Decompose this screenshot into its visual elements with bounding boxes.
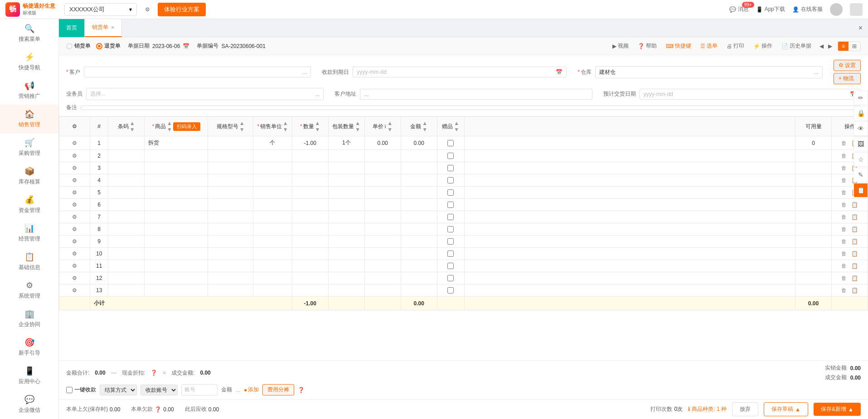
save-draft-btn[interactable]: 保存草稿 ▲ [764, 402, 808, 416]
row-pack[interactable] [328, 236, 364, 248]
row-amount[interactable] [401, 248, 437, 260]
abandon-btn[interactable]: 放弃 [732, 402, 758, 416]
avatar[interactable] [830, 3, 843, 16]
row-price[interactable] [364, 174, 401, 187]
row-amount[interactable] [401, 187, 437, 199]
sidebar-item-finance[interactable]: 💰 资金管理 [0, 190, 58, 219]
customer-addr-input[interactable]: ... [360, 89, 592, 100]
row-qty[interactable] [292, 272, 328, 284]
copy-row-icon[interactable]: 📋 [851, 250, 858, 257]
sidebar-item-marketing[interactable]: 📢 营销推广 [0, 76, 58, 105]
row-gift[interactable] [437, 150, 464, 162]
sidebar-item-search[interactable]: 🔍 搜索菜单 [0, 19, 58, 48]
gift-checkbox[interactable] [447, 189, 454, 196]
view-grid-btn[interactable]: ⊞ [849, 42, 860, 51]
row-qty[interactable] [292, 187, 328, 199]
video-btn[interactable]: ▶ 视频 [610, 41, 631, 51]
row-settings-cell[interactable]: ⚙ [59, 187, 90, 199]
row-unit[interactable] [253, 272, 292, 284]
row-gift[interactable] [437, 284, 464, 297]
row-gift[interactable] [437, 260, 464, 272]
row-spec[interactable] [208, 236, 253, 248]
row-qty[interactable] [292, 174, 328, 187]
row-amount[interactable] [401, 260, 437, 272]
row-spec[interactable] [208, 248, 253, 260]
row-product[interactable] [145, 187, 208, 199]
delete-row-icon[interactable]: 🗑 [841, 140, 847, 146]
tab-close-icon[interactable]: × [111, 24, 114, 31]
row-amount[interactable] [401, 284, 437, 297]
copy-row-icon[interactable]: 📋 [851, 263, 858, 269]
row-qty[interactable] [292, 223, 328, 236]
float-eye-btn[interactable]: 👁 [853, 121, 868, 136]
row-unit[interactable] [253, 150, 292, 162]
row-barcode[interactable] [108, 248, 145, 260]
row-settings-cell[interactable]: ⚙ [59, 136, 90, 150]
row-amount[interactable] [401, 199, 437, 211]
row-barcode[interactable] [108, 211, 145, 223]
gift-checkbox[interactable] [447, 140, 454, 146]
row-pack[interactable] [328, 211, 364, 223]
setting-btn[interactable]: ⚙ 设置 [834, 60, 861, 71]
row-gift[interactable] [437, 223, 464, 236]
copy-row-icon[interactable]: 📋 [851, 287, 858, 294]
gift-checkbox[interactable] [447, 153, 454, 159]
gift-checkbox[interactable] [447, 263, 454, 269]
row-gift[interactable] [437, 236, 464, 248]
row-product[interactable] [145, 199, 208, 211]
print-btn[interactable]: 🖨 打印 [724, 41, 747, 51]
row-gift[interactable] [437, 174, 464, 187]
user-menu-icon[interactable] [850, 3, 863, 16]
calendar-icon[interactable]: 📅 [183, 43, 189, 49]
row-amount[interactable] [401, 211, 437, 223]
row-qty[interactable] [292, 284, 328, 297]
row-unit[interactable] [253, 162, 292, 174]
copy-row-icon[interactable]: 📋 [851, 202, 858, 208]
row-product[interactable] [145, 211, 208, 223]
row-qty[interactable] [292, 199, 328, 211]
view-list-btn[interactable]: ≡ [838, 42, 849, 51]
row-price[interactable] [364, 211, 401, 223]
copy-row-icon[interactable]: 📋 [851, 275, 858, 281]
gift-checkbox[interactable] [447, 177, 454, 183]
row-spec[interactable] [208, 260, 253, 272]
row-gift[interactable] [437, 136, 464, 150]
prev-btn[interactable]: ◀ [818, 42, 825, 50]
row-qty[interactable]: -1.00 [292, 136, 328, 150]
row-qty[interactable] [292, 211, 328, 223]
row-pack[interactable] [328, 248, 364, 260]
delivery-date-input[interactable]: yyyy-mm-dd 📅 [640, 89, 861, 100]
row-price[interactable] [364, 223, 401, 236]
row-barcode[interactable] [108, 284, 145, 297]
row-settings-cell[interactable]: ⚙ [59, 199, 90, 211]
delete-row-icon[interactable]: 🗑 [841, 226, 847, 232]
settlement-select[interactable]: 结算方式 [100, 385, 137, 395]
float-image-btn[interactable]: 🖼 [853, 137, 868, 151]
row-qty[interactable] [292, 236, 328, 248]
row-settings-cell[interactable]: ⚙ [59, 150, 90, 162]
float-pencil-btn[interactable]: ✎ [853, 168, 868, 182]
row-price[interactable] [364, 284, 401, 297]
row-product[interactable] [145, 248, 208, 260]
row-unit[interactable] [253, 174, 292, 187]
row-product[interactable] [145, 162, 208, 174]
row-qty[interactable] [292, 150, 328, 162]
row-barcode[interactable] [108, 187, 145, 199]
settings-icon-btn[interactable]: ⚙ [141, 3, 154, 16]
salesperson-input[interactable]: 选择... ... [86, 88, 324, 100]
row-pack[interactable] [328, 162, 364, 174]
row-spec[interactable] [208, 150, 253, 162]
row-product[interactable] [145, 150, 208, 162]
row-spec[interactable] [208, 136, 253, 150]
delete-row-icon[interactable]: 🗑 [841, 165, 847, 171]
row-amount[interactable] [401, 162, 437, 174]
save-new-btn[interactable]: 保存&新增 ▲ [814, 403, 861, 416]
row-unit[interactable] [253, 236, 292, 248]
row-product[interactable] [145, 236, 208, 248]
row-unit[interactable]: 个 [253, 136, 292, 150]
row-spec[interactable] [208, 199, 253, 211]
float-edit-btn[interactable]: ✏ [853, 91, 868, 105]
row-barcode[interactable] [108, 272, 145, 284]
sidebar-item-sales[interactable]: 🏠 销售管理 [0, 105, 58, 133]
float-action-btn[interactable]: 📋 [853, 183, 868, 197]
